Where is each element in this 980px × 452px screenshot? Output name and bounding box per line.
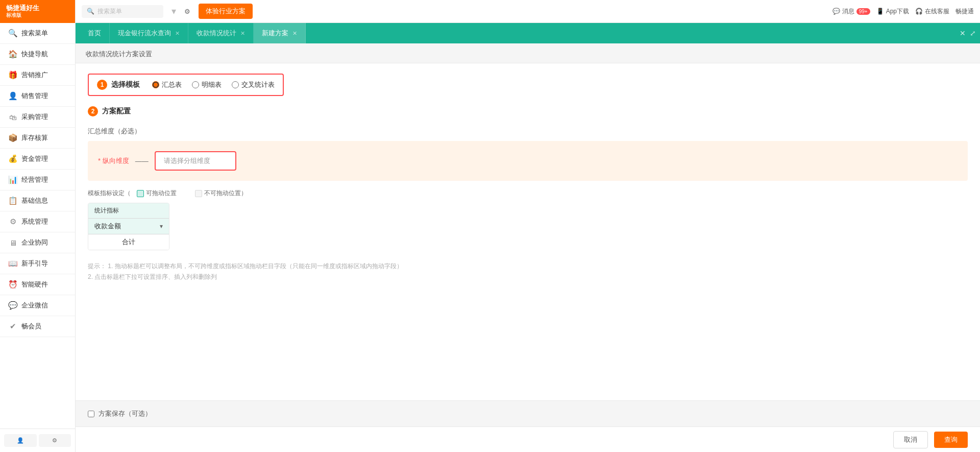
cancel-button[interactable]: 取消 <box>893 431 928 448</box>
radio-input-1[interactable] <box>192 81 199 88</box>
dropdown-icon[interactable]: ▾ <box>172 6 176 17</box>
sidebar-label-7: 经营管理 <box>21 175 48 184</box>
tab-3[interactable]: 新建方案✕ <box>254 23 306 43</box>
step1-header: 1 选择模板 汇总表明细表交叉统计表 <box>88 74 968 96</box>
summary-dim-title: 汇总维度（必选） <box>88 127 968 136</box>
sidebar-icon-13: 💬 <box>8 301 17 310</box>
industry-btn[interactable]: 体验行业方案 <box>199 4 253 19</box>
download-icon: 📱 <box>876 8 884 15</box>
sidebar-item-4[interactable]: 🛍采购管理 <box>0 107 75 128</box>
sidebar-icon-2: 🎁 <box>8 70 17 80</box>
tips-section: 提示： 1. 拖动标题栏可以调整布局，不可跨维度或指标区域拖动栏目字段（只能在同… <box>88 262 968 281</box>
sidebar-icon-4: 🛍 <box>8 112 17 122</box>
row-dim-label: * 纵向维度 <box>98 156 129 165</box>
tab-0[interactable]: 首页 <box>80 23 110 43</box>
badge: 99+ <box>856 8 870 15</box>
sidebar-item-1[interactable]: 🏠快捷导航 <box>0 44 75 65</box>
draggable-legend: 可拖动位置 <box>137 189 177 198</box>
radio-group: 汇总表明细表交叉统计表 <box>152 80 275 89</box>
row-dim-arrow: —— <box>135 157 149 165</box>
non-draggable-legend: 不可拖动位置） <box>195 189 247 198</box>
radio-item-0[interactable]: 汇总表 <box>152 80 182 89</box>
tabbar-right: ✕ ⤢ <box>960 23 976 43</box>
step1-badge: 1 <box>97 80 107 90</box>
sidebar-icon-6: 💰 <box>8 154 17 163</box>
sidebar-item-3[interactable]: 👤销售管理 <box>0 86 75 107</box>
step1-title: 选择模板 <box>111 80 140 89</box>
step2-title: 方案配置 <box>102 107 131 116</box>
sidebar-label-11: 新手引导 <box>21 259 48 268</box>
sidebar-label-8: 基础信息 <box>21 196 48 205</box>
tab-label-2: 收款情况统计 <box>197 29 236 38</box>
sidebar-item-12[interactable]: ⏰智能硬件 <box>0 274 75 295</box>
tab-2[interactable]: 收款情况统计✕ <box>188 23 254 43</box>
sidebar-icon-7: 📊 <box>8 175 17 184</box>
sidebar-item-0[interactable]: 🔍搜索菜单 <box>0 23 75 44</box>
draggable-label: 可拖动位置 <box>146 189 177 198</box>
message-icon: 💬 <box>832 8 840 15</box>
tab-close-3[interactable]: ✕ <box>292 30 297 37</box>
sidebar-item-6[interactable]: 💰资金管理 <box>0 149 75 170</box>
maximize-icon[interactable]: ⤢ <box>970 29 976 37</box>
sidebar-bottom-right[interactable]: ⚙ <box>39 434 71 447</box>
sidebar-item-9[interactable]: ⚙系统管理 <box>0 211 75 232</box>
sidebar-label-0: 搜索菜单 <box>21 29 48 38</box>
dimension-row: * 纵向维度 —— 请选择分组维度 <box>98 151 958 171</box>
tab-close-2[interactable]: ✕ <box>240 30 245 37</box>
sidebar-icon-1: 🏠 <box>8 50 17 59</box>
radio-item-2[interactable]: 交叉统计表 <box>232 80 275 89</box>
sidebar-item-13[interactable]: 💬企业微信 <box>0 295 75 316</box>
step1-section: 1 选择模板 汇总表明细表交叉统计表 <box>88 74 968 96</box>
tab-label-3: 新建方案 <box>262 29 288 38</box>
tab-1[interactable]: 现金银行流水查询✕ <box>110 23 188 43</box>
sidebar-label-9: 系统管理 <box>21 217 48 226</box>
sidebar: 畅捷通好生 标准版 🔍搜索菜单🏠快捷导航🎁营销推广👤销售管理🛍采购管理📦库存核算… <box>0 0 76 452</box>
radio-item-1[interactable]: 明细表 <box>192 80 222 89</box>
sidebar-item-7[interactable]: 📊经营管理 <box>0 170 75 191</box>
settings-icon[interactable]: ⚙ <box>184 8 190 15</box>
radio-input-0[interactable] <box>152 81 159 88</box>
topbar-actions: 💬 消息 99+ 📱 App下载 🎧 在线客服 畅捷通 <box>832 7 974 16</box>
save-checkbox[interactable] <box>88 411 94 417</box>
logo-text: 畅捷通好生 <box>6 4 39 12</box>
tip-1: 2. 点击标题栏下拉可设置排序、插入列和删除列 <box>88 273 968 281</box>
sidebar-label-4: 采购管理 <box>21 112 48 122</box>
sidebar-bottom: 👤 ⚙ <box>0 429 75 452</box>
message-label: 消息 <box>842 7 854 16</box>
download-action[interactable]: 📱 App下载 <box>876 7 909 16</box>
tab-close-1[interactable]: ✕ <box>175 30 180 37</box>
sidebar-label-14: 畅会员 <box>21 322 41 331</box>
service-action[interactable]: 🎧 在线客服 <box>915 7 949 16</box>
message-action[interactable]: 💬 消息 99+ <box>832 7 870 16</box>
download-label: App下载 <box>886 7 909 16</box>
sidebar-item-2[interactable]: 🎁营销推广 <box>0 65 75 86</box>
logo-sub: 标准版 <box>6 12 39 19</box>
radio-input-2[interactable] <box>232 81 239 88</box>
non-draggable-label: 不可拖动位置） <box>204 189 247 198</box>
query-button[interactable]: 查询 <box>934 432 968 448</box>
sidebar-item-11[interactable]: 📖新手引导 <box>0 253 75 274</box>
sidebar-item-8[interactable]: 📋基础信息 <box>0 191 75 211</box>
footer: 取消 查询 <box>76 426 980 452</box>
row-dim-select[interactable]: 请选择分组维度 <box>155 151 236 171</box>
username: 畅捷通 <box>955 7 974 16</box>
sidebar-item-10[interactable]: 🖥企业协同 <box>0 232 75 253</box>
sidebar-item-14[interactable]: ✔畅会员 <box>0 316 75 337</box>
metrics-table-row[interactable]: 收款金额 ▾ <box>88 219 169 234</box>
config-section: 汇总维度（必选） * 纵向维度 —— 请选择分组维度 <box>88 127 968 281</box>
radio-label-0: 汇总表 <box>162 80 182 89</box>
search-bar[interactable]: 🔍 搜索菜单 <box>82 5 163 18</box>
metrics-table-header: 统计指标 <box>88 203 169 219</box>
tab-label-1: 现金银行流水查询 <box>118 29 171 38</box>
sidebar-label-3: 销售管理 <box>21 91 48 101</box>
page-title: 收款情况统计方案设置 <box>76 43 980 63</box>
content: 收款情况统计方案设置 1 选择模板 汇总表明细表交叉统计表 2 <box>76 43 980 426</box>
sidebar-bottom-left[interactable]: 👤 <box>4 434 37 447</box>
close-all-icon[interactable]: ✕ <box>960 29 966 37</box>
metrics-table: 统计指标 收款金额 ▾ 合计 <box>88 203 169 250</box>
sidebar-label-5: 库存核算 <box>21 133 48 142</box>
dimension-area: * 纵向维度 —— 请选择分组维度 <box>88 141 968 181</box>
form-area: 1 选择模板 汇总表明细表交叉统计表 2 方案配置 汇总维度（必选） <box>76 63 980 400</box>
sidebar-item-5[interactable]: 📦库存核算 <box>0 128 75 149</box>
service-icon: 🎧 <box>915 8 923 15</box>
